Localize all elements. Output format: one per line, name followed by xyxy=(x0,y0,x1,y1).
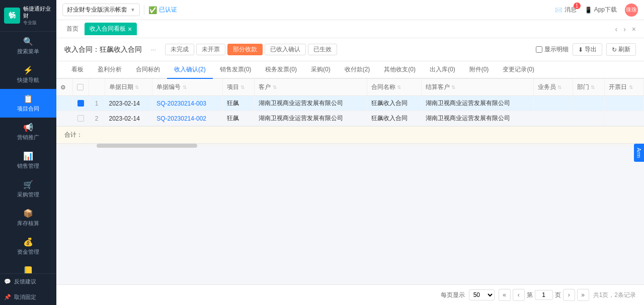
sub-tab-9[interactable]: 出入库(0) xyxy=(423,61,462,79)
table-row[interactable]: 1 2023-02-14 SQ-20230214-003 狂飙 湖南卫视商业运营… xyxy=(56,96,644,111)
tab-close-icon[interactable]: × xyxy=(128,26,132,33)
sub-tab-0[interactable]: 看板 xyxy=(64,61,91,79)
sub-tab-6[interactable]: 采购(0) xyxy=(304,61,338,79)
tab-close-window-icon[interactable]: × xyxy=(630,24,638,34)
app-download-button[interactable]: 📱 App下载 xyxy=(585,6,617,14)
contract-name-sort-icon[interactable]: ⇅ xyxy=(397,84,401,90)
sidebar-item-2[interactable]: 📋项目合同 xyxy=(0,89,56,118)
refresh-icon: ↻ xyxy=(612,46,617,53)
messages-button[interactable]: ✉️ 消息 1 xyxy=(555,6,577,14)
sidebar-label-0: 搜索菜单 xyxy=(17,48,39,55)
sidebar-label-2: 项目合同 xyxy=(17,105,39,113)
sub-tab-8[interactable]: 其他收支(0) xyxy=(377,61,423,79)
sub-tab-2[interactable]: 合同标的 xyxy=(129,61,167,79)
horizontal-scrollbar[interactable] xyxy=(56,143,644,147)
tab-contract-board[interactable]: 收入合同看板 × xyxy=(85,23,137,35)
export-label: 导出 xyxy=(585,45,597,54)
department-sort-icon[interactable]: ⇅ xyxy=(591,84,595,90)
row-code-link-0[interactable]: SQ-20230214-003 xyxy=(156,100,206,107)
sidebar-icon-4: 📊 xyxy=(23,151,33,161)
sub-tab-4[interactable]: 销售发票(0) xyxy=(213,61,259,79)
sidebar-item-5[interactable]: 🛒采购管理 xyxy=(0,175,56,204)
sub-tab-7[interactable]: 收付款(2) xyxy=(338,61,377,79)
main-area: 好业财专业版演示帐套 ▼ ✅ 已认证 ✉️ 消息 1 📱 App下载 珠珠 xyxy=(56,0,644,305)
tab-nav-next-icon[interactable]: › xyxy=(621,24,628,34)
row-code-0[interactable]: SQ-20230214-003 xyxy=(152,96,223,111)
page-size-select[interactable]: 2050100 xyxy=(469,289,495,300)
row-department-0 xyxy=(573,96,604,111)
row-code-link-1[interactable]: SQ-20230214-002 xyxy=(156,115,206,122)
page-number-input[interactable]: 1 xyxy=(535,290,553,300)
row-customer-1: 湖南卫视商业运营发展有限公司 xyxy=(255,111,367,126)
code-sort-icon[interactable]: ⇅ xyxy=(183,84,187,90)
show-detail-checkbox[interactable] xyxy=(536,46,542,53)
sidebar-bottom-item-0[interactable]: 💬反馈建议 xyxy=(0,274,56,289)
col-contract-name-header: 合同名称 ⇅ xyxy=(367,79,421,96)
messages-badge: 1 xyxy=(574,3,581,9)
col-checkbox-header xyxy=(72,79,89,96)
table-header-row: ⚙ 单据日期 ⇅ 单据编号 ⇅ 项目 ⇅ 客户 ⇅ 合同名称 ⇅ 结算客户 ⇅ xyxy=(56,79,644,96)
settings-icon[interactable]: ⚙ xyxy=(60,84,66,91)
mobile-icon: 📱 xyxy=(585,7,592,14)
tabs-nav-right: ‹ › × xyxy=(613,24,638,34)
prev-page-button[interactable]: ‹ xyxy=(513,289,525,301)
row-bill-date-1 xyxy=(605,111,644,126)
sidebar-bottom: 💬反馈建议📌取消固定 xyxy=(0,273,56,305)
sidebar-bottom-item-1[interactable]: 📌取消固定 xyxy=(0,289,56,305)
right-side-panel[interactable]: Arm xyxy=(634,143,644,161)
row-checkbox-0[interactable] xyxy=(72,96,89,111)
table-wrapper: ⚙ 单据日期 ⇅ 单据编号 ⇅ 项目 ⇅ 客户 ⇅ 合同名称 ⇅ 结算客户 ⇅ xyxy=(56,79,644,284)
sub-tab-5[interactable]: 税务发票(0) xyxy=(258,61,304,79)
last-page-button[interactable]: » xyxy=(577,289,589,301)
table-row[interactable]: 2 2023-02-14 SQ-20230214-002 狂飙 湖南卫视商业运营… xyxy=(56,111,644,126)
status-btn-0[interactable]: 未完成 xyxy=(165,44,194,55)
customer-sort-icon[interactable]: ⇅ xyxy=(273,84,277,90)
date-sort-icon[interactable]: ⇅ xyxy=(135,84,139,90)
sub-tab-11[interactable]: 变更记录(0) xyxy=(496,61,541,79)
select-all-checkbox[interactable] xyxy=(77,84,84,90)
row-department-1 xyxy=(573,111,604,126)
refresh-button[interactable]: ↻ 刷新 xyxy=(606,43,636,56)
right-side-note[interactable]: Arm xyxy=(634,143,644,161)
scrollbar-thumb[interactable] xyxy=(97,144,197,148)
sidebar-item-8[interactable]: 📒总账管理 xyxy=(0,261,56,273)
col-department-header: 部门 ⇅ xyxy=(573,79,604,96)
first-page-button[interactable]: « xyxy=(499,289,511,301)
status-btn-3[interactable]: 已收入确认 xyxy=(265,44,306,55)
sidebar-item-1[interactable]: ⚡快捷导航 xyxy=(0,60,56,89)
row-salesperson-0 xyxy=(534,96,573,111)
row-customer-0: 湖南卫视商业运营发展有限公司 xyxy=(255,96,367,111)
per-page-label: 每页显示 xyxy=(441,291,465,299)
row-checkbox-1[interactable] xyxy=(72,111,89,126)
contract-more-icon[interactable]: ··· xyxy=(148,45,159,54)
status-btn-2[interactable]: 部分收款 xyxy=(227,44,263,55)
sidebar-item-0[interactable]: 🔍搜索菜单 xyxy=(0,32,56,60)
next-page-button[interactable]: › xyxy=(563,289,575,301)
sidebar-item-6[interactable]: 📦库存核算 xyxy=(0,204,56,232)
salesperson-sort-icon[interactable]: ⇅ xyxy=(557,84,561,90)
sidebar-item-4[interactable]: 📊销售管理 xyxy=(0,146,56,175)
status-btn-4[interactable]: 已生效 xyxy=(308,44,337,55)
data-table: ⚙ 单据日期 ⇅ 单据编号 ⇅ 项目 ⇅ 客户 ⇅ 合同名称 ⇅ 结算客户 ⇅ xyxy=(56,79,644,126)
sub-tab-3[interactable]: 收入确认(2) xyxy=(167,61,213,79)
export-button[interactable]: ⬇ 导出 xyxy=(573,43,602,56)
sub-tab-1[interactable]: 盈利分析 xyxy=(91,61,129,79)
row-date-0: 2023-02-14 xyxy=(105,96,152,111)
bill-date-sort-icon[interactable]: ⇅ xyxy=(629,84,633,90)
user-profile[interactable]: 珠珠 xyxy=(625,4,638,17)
show-detail-checkbox-label[interactable]: 显示明细 xyxy=(536,45,569,54)
status-btn-1[interactable]: 未开票 xyxy=(196,44,225,55)
company-selector[interactable]: 好业财专业版演示帐套 ▼ xyxy=(62,4,140,16)
tab-home[interactable]: 首页 xyxy=(62,23,83,35)
sidebar-label-4: 销售管理 xyxy=(17,162,39,170)
bottom-label-0: 反馈建议 xyxy=(14,278,36,285)
sidebar-item-3[interactable]: 📢营销推广 xyxy=(0,118,56,146)
tab-nav-prev-icon[interactable]: ‹ xyxy=(613,24,619,34)
settle-customer-sort-icon[interactable]: ⇅ xyxy=(451,84,455,90)
sidebar-item-7[interactable]: 💰资金管理 xyxy=(0,232,56,261)
certified-text: 已认证 xyxy=(159,6,177,14)
sub-tab-10[interactable]: 附件(0) xyxy=(462,61,496,79)
project-sort-icon[interactable]: ⇅ xyxy=(240,84,245,90)
row-code-1[interactable]: SQ-20230214-002 xyxy=(152,111,223,126)
topbar-divider xyxy=(144,5,144,15)
